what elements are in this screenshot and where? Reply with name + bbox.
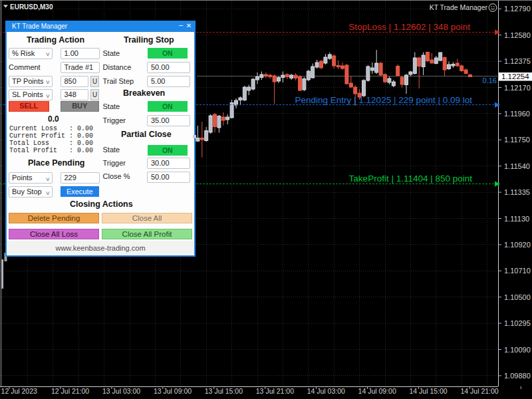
- svg-text:13 Jul 09:00: 13 Jul 09:00: [154, 387, 192, 395]
- svg-text:1.10295: 1.10295: [504, 319, 531, 327]
- svg-text:1.11960: 1.11960: [504, 110, 530, 118]
- svg-text:12 Jul 21:00: 12 Jul 21:00: [51, 387, 89, 395]
- svg-text:Pending Entry | 1.12025 | 229: Pending Entry | 1.12025 | 229 point | 0.…: [295, 95, 473, 105]
- svg-text:1.12254: 1.12254: [501, 72, 529, 80]
- svg-text:StopLoss | 1.12602 | 348 point: StopLoss | 1.12602 | 348 point: [348, 22, 470, 32]
- svg-text:1.12580: 1.12580: [504, 31, 531, 39]
- svg-text:1.12375: 1.12375: [504, 57, 531, 65]
- svg-text:1.11540: 1.11540: [504, 162, 530, 170]
- svg-text:1.11335: 1.11335: [504, 188, 530, 196]
- svg-text:13 Jul 03:00: 13 Jul 03:00: [102, 387, 140, 395]
- svg-text:1.09880: 1.09880: [504, 372, 531, 380]
- svg-text:1.10500: 1.10500: [504, 293, 531, 301]
- svg-text:14 Jul 15:00: 14 Jul 15:00: [409, 387, 447, 395]
- svg-text:14 Jul 03:00: 14 Jul 03:00: [307, 387, 345, 395]
- svg-text:14 Jul 09:00: 14 Jul 09:00: [358, 387, 396, 395]
- svg-text:TakeProfit | 1.11404 | 850 poi: TakeProfit | 1.11404 | 850 point: [349, 174, 473, 184]
- svg-text:1.11750: 1.11750: [504, 136, 530, 144]
- svg-text:1.12790: 1.12790: [504, 5, 531, 13]
- svg-text:12 Jul 2023: 12 Jul 2023: [1, 387, 37, 395]
- svg-text:1.10710: 1.10710: [504, 267, 531, 275]
- svg-text:0.16: 0.16: [483, 76, 497, 84]
- svg-text:13 Jul 21:00: 13 Jul 21:00: [256, 387, 294, 395]
- svg-text:1.12170: 1.12170: [504, 84, 531, 92]
- svg-text:1.10090: 1.10090: [504, 346, 531, 354]
- svg-text:1.10920: 1.10920: [504, 241, 531, 249]
- svg-text:EURUSD,M30: EURUSD,M30: [10, 3, 53, 11]
- svg-text:1.11130: 1.11130: [504, 215, 529, 223]
- svg-text:13 Jul 15:00: 13 Jul 15:00: [205, 387, 243, 395]
- svg-text:14 Jul 21:00: 14 Jul 21:00: [460, 387, 498, 395]
- svg-text:KT Trade Manager: KT Trade Manager: [430, 3, 488, 11]
